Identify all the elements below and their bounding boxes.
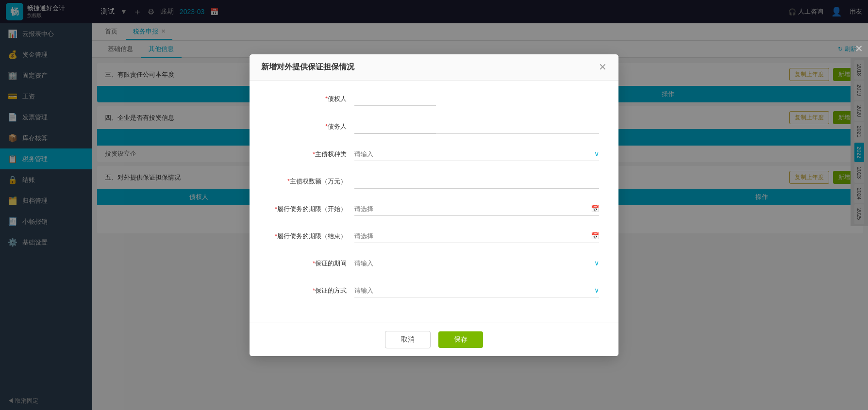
form-label-perform-end: *履行债务的期限（结束） xyxy=(269,232,347,241)
modal-footer: 取消 保存 xyxy=(250,323,618,356)
required-star-creditor: * xyxy=(325,95,328,102)
modal-title: 新增对外提供保证担保情况 xyxy=(261,62,354,72)
input-claim-amount[interactable] xyxy=(354,175,436,188)
form-label-guarantee-method: *保证的方式 xyxy=(269,286,347,295)
required-star-guarantee-method: * xyxy=(313,287,315,294)
form-row-guarantee-method: *保证的方式∨ xyxy=(269,284,599,297)
form-label-guarantee-period: *保证的期间 xyxy=(269,259,347,268)
modal-close-btn[interactable]: ✕ xyxy=(599,62,607,72)
save-button[interactable]: 保存 xyxy=(438,331,483,348)
modal-body: *债权人*债务人*主债权种类∨*主债权数额（万元）*履行债务的期限（开始）📅*履… xyxy=(250,81,618,323)
date-wrap-perform-end[interactable]: 📅 xyxy=(354,230,599,243)
form-row-creditor: *债权人 xyxy=(269,92,599,106)
form-row-perform-end: *履行债务的期限（结束）📅 xyxy=(269,230,599,243)
required-star-perform-end: * xyxy=(275,232,277,240)
form-row-guarantee-period: *保证的期间∨ xyxy=(269,257,599,270)
form-row-perform-start: *履行债务的期限（开始）📅 xyxy=(269,202,599,216)
required-star-claim-type: * xyxy=(313,150,315,158)
date-input-perform-start[interactable] xyxy=(354,202,591,215)
chevron-down-icon-guarantee-method[interactable]: ∨ xyxy=(594,286,599,294)
form-row-debtor: *债务人 xyxy=(269,120,599,134)
modal-header: 新增对外提供保证担保情况 ✕ xyxy=(250,54,618,81)
modal-overlay: ✕ 新增对外提供保证担保情况 ✕ *债权人*债务人*主债权种类∨*主债权数额（万… xyxy=(0,0,868,410)
required-star-claim-amount: * xyxy=(287,178,290,185)
select-input-guarantee-method[interactable] xyxy=(354,284,594,297)
form-row-claim-amount: *主债权数额（万元） xyxy=(269,175,599,189)
form-label-perform-start: *履行债务的期限（开始） xyxy=(269,205,347,213)
date-input-perform-end[interactable] xyxy=(354,230,591,243)
cancel-button[interactable]: 取消 xyxy=(385,331,431,348)
select-input-claim-type[interactable] xyxy=(354,148,594,161)
select-wrap-claim-type[interactable]: ∨ xyxy=(354,148,599,161)
form-label-claim-type: *主债权种类 xyxy=(269,150,347,159)
select-wrap-guarantee-period[interactable]: ∨ xyxy=(354,257,599,270)
select-input-guarantee-period[interactable] xyxy=(354,257,594,270)
required-star-perform-start: * xyxy=(275,205,277,213)
outer-close-btn[interactable]: ✕ xyxy=(855,43,863,54)
form-label-claim-amount: *主债权数额（万元） xyxy=(269,177,347,186)
form-row-claim-type: *主债权种类∨ xyxy=(269,148,599,161)
select-wrap-guarantee-method[interactable]: ∨ xyxy=(354,284,599,297)
form-label-creditor: *债权人 xyxy=(269,95,347,103)
chevron-down-icon-claim-type[interactable]: ∨ xyxy=(594,150,599,158)
calendar-icon-perform-end[interactable]: 📅 xyxy=(591,232,599,240)
date-wrap-perform-start[interactable]: 📅 xyxy=(354,202,599,216)
required-star-debtor: * xyxy=(325,123,328,130)
form-label-debtor: *债务人 xyxy=(269,122,347,131)
required-star-guarantee-period: * xyxy=(313,260,315,267)
input-debtor[interactable] xyxy=(354,120,436,133)
chevron-down-icon-guarantee-period[interactable]: ∨ xyxy=(594,259,599,267)
modal: 新增对外提供保证担保情况 ✕ *债权人*债务人*主债权种类∨*主债权数额（万元）… xyxy=(250,54,618,356)
calendar-icon-perform-start[interactable]: 📅 xyxy=(591,205,599,213)
input-creditor[interactable] xyxy=(354,92,436,106)
